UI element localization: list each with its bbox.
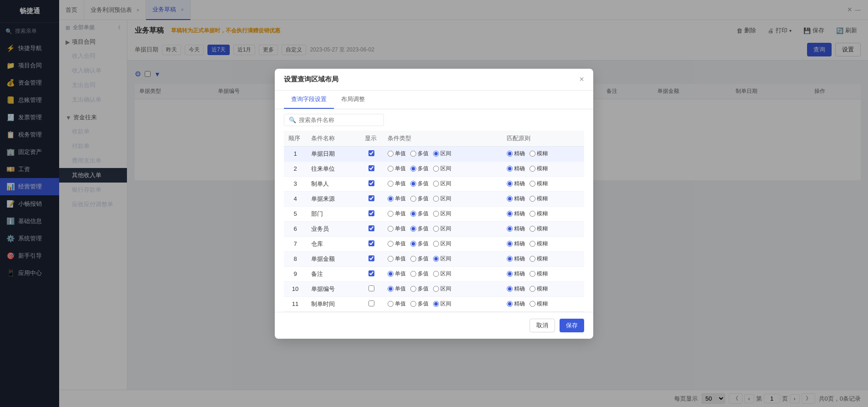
exact-match-radio[interactable]: 精确 — [507, 270, 525, 278]
multi-value-radio[interactable]: 多值 — [410, 255, 429, 263]
fuzzy-match-radio[interactable]: 模糊 — [530, 225, 548, 233]
multi-value-radio[interactable]: 多值 — [410, 300, 429, 308]
dialog-overlay: 设置查询区域布局 × 查询字段设置 布局调整 🔍 顺序 条件名称 — [0, 0, 868, 407]
th-condition-type: 条件类型 — [383, 131, 502, 147]
row-condition-type: 单值 多值 区间 — [383, 191, 502, 206]
th-match-rule: 匹配原则 — [502, 131, 584, 147]
range-radio[interactable]: 区间 — [433, 180, 451, 188]
dialog-close-button[interactable]: × — [579, 75, 584, 83]
row-show[interactable] — [360, 191, 383, 206]
multi-value-radio[interactable]: 多值 — [410, 270, 429, 278]
show-checkbox[interactable] — [368, 255, 374, 261]
single-value-radio[interactable]: 单值 — [388, 240, 406, 248]
row-show[interactable] — [360, 206, 383, 221]
multi-value-radio[interactable]: 多值 — [410, 225, 429, 233]
row-show[interactable] — [360, 161, 383, 176]
single-value-radio[interactable]: 单值 — [388, 210, 406, 218]
range-radio[interactable]: 区间 — [433, 285, 451, 293]
multi-value-radio[interactable]: 多值 — [410, 210, 429, 218]
dialog-search-input[interactable] — [299, 117, 379, 123]
range-radio[interactable]: 区间 — [433, 195, 451, 203]
range-radio[interactable]: 区间 — [433, 225, 451, 233]
row-show[interactable] — [360, 176, 383, 191]
exact-match-radio[interactable]: 精确 — [507, 165, 525, 173]
fuzzy-match-radio[interactable]: 模糊 — [530, 300, 548, 308]
dialog-save-button[interactable]: 保存 — [560, 319, 584, 332]
row-condition-type: 单值 多值 区间 — [383, 206, 502, 221]
row-show[interactable] — [360, 236, 383, 251]
fuzzy-match-radio[interactable]: 模糊 — [530, 240, 548, 248]
row-condition-type: 单值 多值 区间 — [383, 161, 502, 176]
multi-value-radio[interactable]: 多值 — [410, 285, 429, 293]
fuzzy-match-radio[interactable]: 模糊 — [530, 165, 548, 173]
single-value-radio[interactable]: 单值 — [388, 195, 406, 203]
range-radio[interactable]: 区间 — [433, 150, 451, 158]
single-value-radio[interactable]: 单值 — [388, 225, 406, 233]
exact-match-radio[interactable]: 精确 — [507, 285, 525, 293]
single-value-radio[interactable]: 单值 — [388, 285, 406, 293]
row-condition-type: 单值 多值 区间 — [383, 221, 502, 236]
show-checkbox[interactable] — [368, 225, 374, 231]
show-checkbox[interactable] — [368, 150, 374, 156]
row-name: 制单时间 — [307, 296, 360, 311]
range-radio[interactable]: 区间 — [433, 210, 451, 218]
dialog-title: 设置查询区域布局 — [284, 75, 338, 84]
row-show[interactable] — [360, 281, 383, 296]
single-value-radio[interactable]: 单值 — [388, 270, 406, 278]
row-show[interactable] — [360, 146, 383, 161]
fuzzy-match-radio[interactable]: 模糊 — [530, 270, 548, 278]
dialog-tab-layout[interactable]: 布局调整 — [334, 91, 372, 109]
row-condition-type: 单值 多值 区间 — [383, 236, 502, 251]
row-seq: 1 — [284, 146, 307, 161]
single-value-radio[interactable]: 单值 — [388, 165, 406, 173]
settings-dialog: 设置查询区域布局 × 查询字段设置 布局调整 🔍 顺序 条件名称 — [275, 69, 593, 339]
row-show[interactable] — [360, 266, 383, 281]
dialog-tab-query-fields[interactable]: 查询字段设置 — [284, 91, 334, 109]
exact-match-radio[interactable]: 精确 — [507, 225, 525, 233]
fuzzy-match-radio[interactable]: 模糊 — [530, 180, 548, 188]
multi-value-radio[interactable]: 多值 — [410, 240, 429, 248]
show-checkbox[interactable] — [368, 180, 374, 186]
exact-match-radio[interactable]: 精确 — [507, 180, 525, 188]
search-input-wrap[interactable]: 🔍 — [284, 114, 384, 126]
show-checkbox[interactable] — [368, 165, 374, 171]
show-checkbox[interactable] — [368, 195, 374, 201]
fuzzy-match-radio[interactable]: 模糊 — [530, 285, 548, 293]
multi-value-radio[interactable]: 多值 — [410, 180, 429, 188]
show-checkbox[interactable] — [368, 240, 374, 246]
show-checkbox[interactable] — [368, 285, 374, 291]
fuzzy-match-radio[interactable]: 模糊 — [530, 255, 548, 263]
exact-match-radio[interactable]: 精确 — [507, 195, 525, 203]
single-value-radio[interactable]: 单值 — [388, 180, 406, 188]
range-radio[interactable]: 区间 — [433, 300, 451, 308]
multi-value-radio[interactable]: 多值 — [410, 150, 429, 158]
exact-match-radio[interactable]: 精确 — [507, 300, 525, 308]
exact-match-radio[interactable]: 精确 — [507, 255, 525, 263]
fuzzy-match-radio[interactable]: 模糊 — [530, 210, 548, 218]
show-checkbox[interactable] — [368, 210, 374, 216]
row-show[interactable] — [360, 221, 383, 236]
single-value-radio[interactable]: 单值 — [388, 255, 406, 263]
show-checkbox[interactable] — [368, 300, 374, 306]
row-match-rule: 精确 模糊 — [502, 266, 584, 281]
single-value-radio[interactable]: 单值 — [388, 150, 406, 158]
multi-value-radio[interactable]: 多值 — [410, 195, 429, 203]
cancel-button[interactable]: 取消 — [530, 319, 555, 332]
fuzzy-match-radio[interactable]: 模糊 — [530, 195, 548, 203]
fuzzy-match-radio[interactable]: 模糊 — [530, 150, 548, 158]
range-radio[interactable]: 区间 — [433, 255, 451, 263]
exact-match-radio[interactable]: 精确 — [507, 210, 525, 218]
show-checkbox[interactable] — [368, 270, 374, 276]
range-radio[interactable]: 区间 — [433, 270, 451, 278]
multi-value-radio[interactable]: 多值 — [410, 165, 429, 173]
row-show[interactable] — [360, 296, 383, 311]
exact-match-radio[interactable]: 精确 — [507, 150, 525, 158]
row-seq: 9 — [284, 266, 307, 281]
range-radio[interactable]: 区间 — [433, 165, 451, 173]
row-name: 往来单位 — [307, 161, 360, 176]
row-show[interactable] — [360, 251, 383, 266]
single-value-radio[interactable]: 单值 — [388, 300, 406, 308]
range-radio[interactable]: 区间 — [433, 240, 451, 248]
row-seq: 2 — [284, 161, 307, 176]
exact-match-radio[interactable]: 精确 — [507, 240, 525, 248]
